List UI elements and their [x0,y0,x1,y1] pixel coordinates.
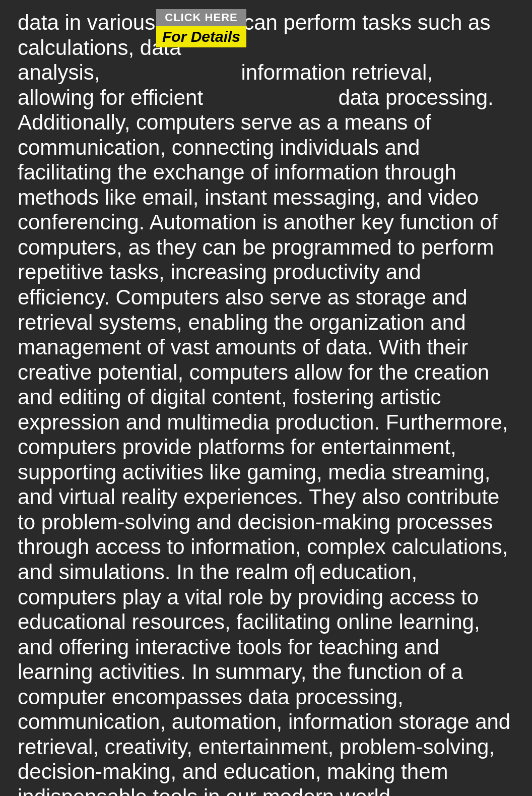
body-text: data in various forms. It can perform ta… [18,10,514,796]
click-here-overlay[interactable]: CLICK HERE For Details [156,9,246,47]
main-content: CLICK HERE For Details data in various f… [0,0,532,796]
click-here-bottom-label: For Details [156,26,246,47]
click-here-top-label: CLICK HERE [156,9,246,26]
text-cursor [312,566,314,584]
